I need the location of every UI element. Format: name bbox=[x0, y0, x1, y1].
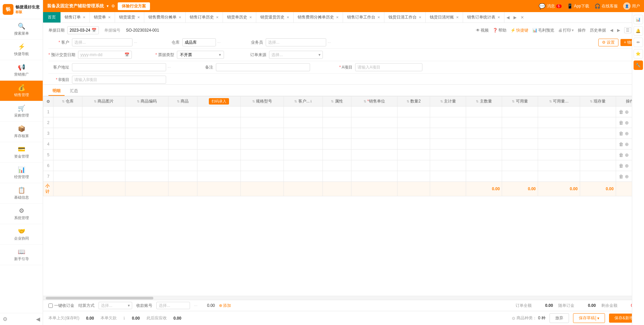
tab-close-7[interactable]: ✕ bbox=[287, 15, 289, 19]
col-header-warehouse[interactable]: ⇅ 仓库 bbox=[53, 96, 82, 107]
list-view-icon[interactable]: ☰ bbox=[624, 27, 631, 33]
one-click-checkout-checkbox[interactable]: 一键收订金 bbox=[48, 303, 74, 309]
cell-settings-6[interactable]: 6 bbox=[43, 160, 53, 171]
row-delete-icon[interactable]: 🗑 bbox=[619, 152, 623, 158]
sort-icon-available[interactable]: ⇅ bbox=[512, 99, 515, 103]
nav-prev-icon[interactable]: ◀ bbox=[610, 28, 613, 33]
tab-close-1[interactable]: ✕ bbox=[83, 15, 85, 19]
sort-icon-attributes[interactable]: ⇅ bbox=[331, 99, 334, 103]
salesperson-more-icon[interactable]: ··· bbox=[328, 40, 331, 45]
sort-icon-available2[interactable]: ⇅ bbox=[549, 99, 552, 103]
tab-item-9[interactable]: 销售订单工作台✕ bbox=[343, 12, 384, 23]
save-draft-dropdown-icon[interactable]: ▾ bbox=[596, 316, 599, 321]
sort-icon-image[interactable]: ⇅ bbox=[94, 99, 97, 103]
tab-close-10[interactable]: ✕ bbox=[419, 15, 421, 19]
tab-close-9[interactable]: ✕ bbox=[377, 15, 380, 19]
col-header-image[interactable]: ⇅ 商品图片 bbox=[82, 96, 125, 107]
sort-icon-main_unit[interactable]: ⇅ bbox=[440, 99, 443, 103]
sidebar-item-4[interactable]: 🛒采购管理 bbox=[0, 101, 43, 122]
tab-item-1[interactable]: 销售订单✕ bbox=[61, 12, 90, 23]
online-service-btn[interactable]: 🎧 在线客服 bbox=[595, 3, 618, 9]
remark-input[interactable] bbox=[216, 63, 310, 71]
customer-input[interactable]: 选择... bbox=[72, 38, 132, 46]
tab-close-3[interactable]: ✕ bbox=[137, 15, 140, 19]
sort-icon-unit[interactable]: ⇅ bbox=[364, 99, 366, 103]
customer-more-icon[interactable]: ··· bbox=[134, 40, 137, 45]
detail-tab-1[interactable]: 汇总 bbox=[66, 87, 82, 96]
sidebar-item-11[interactable]: 📖新手引导 bbox=[0, 245, 43, 265]
sort-icon-warehouse[interactable]: ⇅ bbox=[62, 99, 65, 103]
sort-icon-product[interactable]: ⇅ bbox=[177, 99, 180, 103]
col-header-available2[interactable]: ⇅ 可用量... bbox=[538, 96, 580, 107]
settings-button[interactable]: ⚙ 设置 bbox=[598, 39, 618, 46]
message-btn[interactable]: 💬 消息 6 bbox=[539, 3, 562, 9]
add-receipt-btn[interactable]: ⊕ 添加 bbox=[219, 303, 231, 309]
sort-icon-main_qty[interactable]: ⇅ bbox=[476, 99, 479, 103]
scan-btn[interactable]: 扫码录入 bbox=[209, 98, 229, 105]
col-header-code[interactable]: ⇅ 商品编码 bbox=[125, 96, 168, 107]
settings-gear-icon[interactable]: ⚙ bbox=[111, 4, 115, 8]
tab-item-4[interactable]: 销售费用分摊单✕ bbox=[144, 12, 186, 23]
tab-item-11[interactable]: 钱货日清对账✕ bbox=[426, 12, 463, 23]
row-copy-icon[interactable]: ⊕ bbox=[625, 131, 629, 136]
warehouse-input[interactable]: 成品库 bbox=[182, 38, 216, 46]
tab-item-7[interactable]: 销货退货历史✕ bbox=[256, 12, 294, 23]
col-header-main_unit[interactable]: ⇅ 主计量 bbox=[430, 96, 466, 107]
sort-icon-current_stock[interactable]: ⇅ bbox=[590, 99, 593, 103]
tab-close-11[interactable]: ✕ bbox=[456, 15, 459, 19]
right-panel-btn-5[interactable]: 🔧 bbox=[634, 60, 643, 70]
tab-prev-btn[interactable]: ◀ bbox=[504, 12, 512, 23]
delivery-date-input[interactable]: yyyy-mm-dd 📅 bbox=[78, 51, 132, 59]
right-panel-btn-1[interactable]: 📊 bbox=[634, 15, 643, 24]
sidebar-item-1[interactable]: ⚡快捷导航 bbox=[0, 40, 43, 60]
tab-item-12[interactable]: 销售订单统计表✕ bbox=[463, 12, 504, 23]
settings-icon[interactable]: ⚙ bbox=[3, 316, 7, 322]
save-draft-button[interactable]: 保存草稿 ▾ bbox=[573, 313, 605, 323]
history-btn[interactable]: 历史单据 bbox=[590, 28, 606, 33]
sidebar-item-8[interactable]: 📋基础信息 bbox=[0, 183, 43, 204]
print-btn[interactable]: 🖨 打印 ▾ bbox=[558, 28, 574, 33]
col-header-attributes[interactable]: ⇅ 属性 bbox=[323, 96, 351, 107]
sort-icon-qty2[interactable]: ⇅ bbox=[407, 99, 409, 103]
receipt-more-icon[interactable]: ··· bbox=[194, 303, 197, 308]
tab-close-5[interactable]: ✕ bbox=[216, 15, 219, 19]
row-copy-icon[interactable]: ⊕ bbox=[625, 120, 629, 125]
sidebar-item-6[interactable]: 💳资金管理 bbox=[0, 142, 43, 163]
tab-close-4[interactable]: ✕ bbox=[179, 15, 181, 19]
row-delete-icon[interactable]: 🗑 bbox=[619, 131, 623, 136]
row-copy-icon[interactable]: ⊕ bbox=[625, 163, 629, 168]
row-copy-icon[interactable]: ⊕ bbox=[625, 152, 629, 158]
row-copy-icon[interactable]: ⊕ bbox=[625, 109, 629, 115]
col-header-scan[interactable]: 扫码录入 bbox=[197, 96, 240, 107]
row-delete-icon[interactable]: 🗑 bbox=[619, 141, 623, 147]
settlement-select[interactable]: 选择... ▾ bbox=[99, 302, 132, 309]
sidebar-item-10[interactable]: 🤝企业协同 bbox=[0, 224, 43, 245]
collapse-icon[interactable]: ◀ bbox=[36, 316, 40, 322]
scroll-thumb[interactable] bbox=[46, 297, 153, 299]
sidebar-item-7[interactable]: 📊经营管理 bbox=[0, 163, 43, 183]
sidebar-item-9[interactable]: ⚙系统管理 bbox=[0, 204, 43, 224]
tab-close-2[interactable]: ✕ bbox=[108, 15, 111, 19]
salesperson-input[interactable]: 选择... bbox=[266, 38, 326, 46]
tab-item-5[interactable]: 销售订单历史✕ bbox=[186, 12, 223, 23]
col-header-unit[interactable]: ⇅ *销售单位 bbox=[351, 96, 397, 107]
receipt-account-select[interactable]: 选择... bbox=[156, 302, 190, 309]
col-info-icon-customer[interactable]: ℹ bbox=[310, 99, 312, 103]
right-panel-btn-4[interactable]: ⭐ bbox=[634, 49, 643, 58]
date-field[interactable]: 2023-03-24 📅 bbox=[67, 26, 99, 34]
row-copy-icon[interactable]: ⊕ bbox=[625, 174, 629, 179]
sort-icon-customer_code[interactable]: ⇅ bbox=[294, 99, 297, 103]
warehouse-more-icon[interactable]: ··· bbox=[217, 40, 221, 45]
order-source-select[interactable]: 选择... ▾ bbox=[269, 51, 323, 59]
tab-item-3[interactable]: 销货退货✕ bbox=[115, 12, 144, 23]
tab-next-btn[interactable]: ▶ bbox=[512, 12, 519, 23]
row-delete-icon[interactable]: 🗑 bbox=[619, 120, 623, 125]
a-project-input[interactable]: 请输入A项目 bbox=[355, 63, 422, 71]
col-header-product[interactable]: ⇅ 商品 bbox=[168, 96, 197, 107]
cell-settings-3[interactable]: 3 bbox=[43, 128, 53, 139]
solution-button[interactable]: 体验行业方案 bbox=[118, 2, 150, 10]
row-delete-icon[interactable]: 🗑 bbox=[619, 174, 623, 179]
col-header-available[interactable]: ⇅ 可用量 bbox=[502, 96, 538, 107]
profit-btn[interactable]: 📊 毛利预览 bbox=[532, 28, 554, 33]
tab-close-all-btn[interactable]: ✕ bbox=[519, 12, 526, 23]
